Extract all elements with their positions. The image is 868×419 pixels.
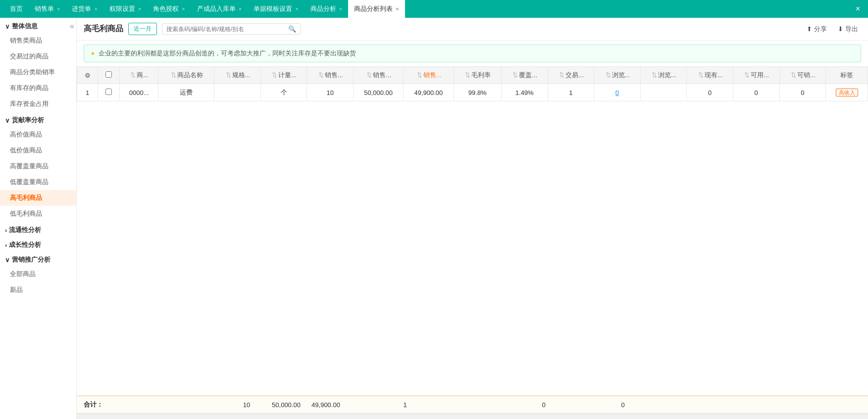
cell-tag: 高收入 [826, 84, 868, 101]
sidebar-item-low-margin[interactable]: 低毛利商品 [0, 206, 76, 222]
search-box: 🔍 [162, 23, 301, 35]
cell-sales-amount: 50,000.00 [353, 84, 403, 101]
sidebar-item-stock-capital[interactable]: 库存资金占用 [0, 96, 76, 112]
table-header-row: ⚙ ⇅商... ⇅商品名称 ⇅规格... ⇅计量... ⇅销售... ⇅销售..… [77, 67, 868, 84]
tab-sales-order[interactable]: 销售单 × [29, 0, 66, 18]
close-tab-role-auth[interactable]: × [182, 6, 185, 12]
col-browse2: ⇅浏览... [640, 67, 687, 84]
cell-code: 0000... [120, 84, 158, 101]
sidebar-item-traded-goods[interactable]: 交易过的商品 [0, 48, 76, 64]
close-tab-product-analysis-list[interactable]: × [396, 6, 399, 12]
sidebar-item-new-goods[interactable]: 新品 [0, 282, 76, 298]
sort-icon-transactions: ⇅ [559, 71, 564, 79]
sort-icon-sales-amount: ⇅ [366, 71, 372, 79]
group-arrow-marketing: ∨ [5, 256, 10, 264]
cell-name: 运费 [158, 84, 214, 101]
tab-product-analysis[interactable]: 商品分析 × [305, 0, 348, 18]
cell-browse2 [640, 84, 687, 101]
sort-icon-stock-available: ⇅ [744, 71, 750, 79]
sidebar-group-overall-info[interactable]: ∨ 整体信息 [0, 18, 76, 33]
sidebar: « ∨ 整体信息 销售类商品 交易过的商品 商品分类助销率 有库存的商品 库存资… [0, 18, 77, 419]
sort-icon-sales-qty: ⇅ [318, 71, 324, 79]
sidebar-item-category-rate[interactable]: 商品分类助销率 [0, 64, 76, 80]
cell-checkbox [98, 84, 120, 101]
sidebar-collapse-button[interactable]: « [70, 22, 74, 31]
col-settings[interactable]: ⚙ [77, 67, 98, 84]
table-row: 1 0000... 运费 个 10 50,000.00 49,900.00 99… [77, 84, 868, 101]
footer-transactions: 1 [385, 401, 425, 409]
col-gross-rate: ⇅毛利率 [454, 67, 501, 84]
share-button[interactable]: ⬆ 分享 [804, 23, 830, 35]
col-sales-profit: ⇅销售... [404, 67, 454, 84]
tab-product-analysis-list[interactable]: 商品分析列表 × [348, 0, 405, 18]
tab-permission-settings[interactable]: 权限设置 × [103, 0, 147, 18]
sort-icon-spec: ⇅ [226, 71, 231, 79]
tab-purchase-order[interactable]: 进货单 × [66, 0, 103, 18]
page-title: 高毛利商品 [84, 24, 123, 34]
cell-stock-saleable: 0 [779, 84, 826, 101]
close-tab-template-settings[interactable]: × [295, 6, 298, 12]
sidebar-item-high-coverage[interactable]: 高覆盖量商品 [0, 158, 76, 174]
close-tab-permission-settings[interactable]: × [138, 6, 141, 12]
sort-icon-stock-current: ⇅ [698, 71, 704, 79]
sidebar-item-low-value[interactable]: 低价值商品 [0, 142, 76, 158]
col-coverage: ⇅覆盖... [501, 67, 548, 84]
sort-icon-browse1: ⇅ [606, 71, 611, 79]
sidebar-item-all-goods[interactable]: 全部商品 [0, 266, 76, 282]
close-tab-purchase-order[interactable]: × [94, 6, 97, 12]
cell-sales-qty: 10 [307, 84, 354, 101]
close-tab-product-analysis[interactable]: × [339, 6, 342, 12]
sort-icon-gross-rate: ⇅ [465, 71, 470, 79]
close-all-tabs-button[interactable]: × [852, 4, 864, 13]
sidebar-item-high-value[interactable]: 高价值商品 [0, 127, 76, 142]
tab-home[interactable]: 首页 [4, 0, 29, 18]
info-icon: ✦ [90, 50, 96, 57]
row-checkbox[interactable] [105, 89, 112, 95]
sort-icon-unit: ⇅ [272, 71, 277, 79]
sidebar-group-marketing[interactable]: ∨ 营销推广分析 [0, 251, 76, 266]
sidebar-item-in-stock-goods[interactable]: 有库存的商品 [0, 80, 76, 96]
cell-unit: 个 [260, 84, 307, 101]
content-area: 高毛利商品 近一月 🔍 ⬆ 分享 ⬇ 导出 ✦ 企业的主要的利润都是这部分商品创… [77, 18, 868, 419]
tab-role-auth[interactable]: 角色授权 × [147, 0, 191, 18]
close-tab-sales-order[interactable]: × [57, 6, 60, 12]
cell-spec [214, 84, 261, 101]
cell-gross-rate: 99.8% [454, 84, 501, 101]
select-all-checkbox[interactable] [105, 71, 112, 78]
col-stock-current: ⇅现有... [687, 67, 733, 84]
sidebar-group-liquidity[interactable]: › 流通性分析 [0, 222, 76, 236]
sidebar-item-sales-goods[interactable]: 销售类商品 [0, 33, 76, 48]
close-tab-product-warehouse[interactable]: × [239, 6, 242, 12]
top-navigation: 首页 销售单 × 进货单 × 权限设置 × 角色授权 × 产成品入库单 × 单据… [0, 0, 868, 18]
browse1-link[interactable]: 0 [615, 89, 619, 96]
tab-product-warehouse[interactable]: 产成品入库单 × [191, 0, 248, 18]
col-code: ⇅商... [120, 67, 158, 84]
search-icon[interactable]: 🔍 [288, 25, 296, 33]
export-button[interactable]: ⬇ 导出 [835, 23, 861, 35]
export-icon: ⬇ [838, 25, 843, 33]
share-icon: ⬆ [807, 25, 812, 33]
table-footer: 合计： 10 50,000.00 49,900.00 1 0 0 [77, 395, 868, 413]
col-stock-available: ⇅可用... [733, 67, 779, 84]
footer-sales-profit: 49,900.00 [306, 401, 346, 409]
sort-icon-code: ⇅ [130, 71, 136, 79]
col-spec: ⇅规格... [214, 67, 261, 84]
footer-stock-current: 0 [524, 401, 563, 409]
search-input[interactable] [166, 26, 286, 33]
group-arrow-growth: › [5, 241, 7, 249]
sidebar-group-contribution[interactable]: ∨ 贡献率分析 [0, 112, 76, 127]
filter-month-button[interactable]: 近一月 [128, 23, 157, 35]
footer-label: 合计： [84, 400, 103, 409]
col-stock-saleable: ⇅可销... [779, 67, 826, 84]
sidebar-item-low-coverage[interactable]: 低覆盖量商品 [0, 174, 76, 190]
sort-icon-name: ⇅ [171, 71, 176, 79]
col-checkbox[interactable] [98, 67, 120, 84]
table-wrapper: ⚙ ⇅商... ⇅商品名称 ⇅规格... ⇅计量... ⇅销售... ⇅销售..… [77, 66, 868, 395]
cell-stock-current: 0 [687, 84, 733, 101]
sidebar-item-high-margin[interactable]: 高毛利商品 [0, 190, 76, 206]
content-header: 高毛利商品 近一月 🔍 ⬆ 分享 ⬇ 导出 [77, 18, 868, 41]
sidebar-group-growth[interactable]: › 成长性分析 [0, 236, 76, 251]
sort-icon-coverage: ⇅ [512, 71, 518, 79]
tab-template-settings[interactable]: 单据模板设置 × [248, 0, 304, 18]
horizontal-scrollbar[interactable] [77, 413, 868, 419]
